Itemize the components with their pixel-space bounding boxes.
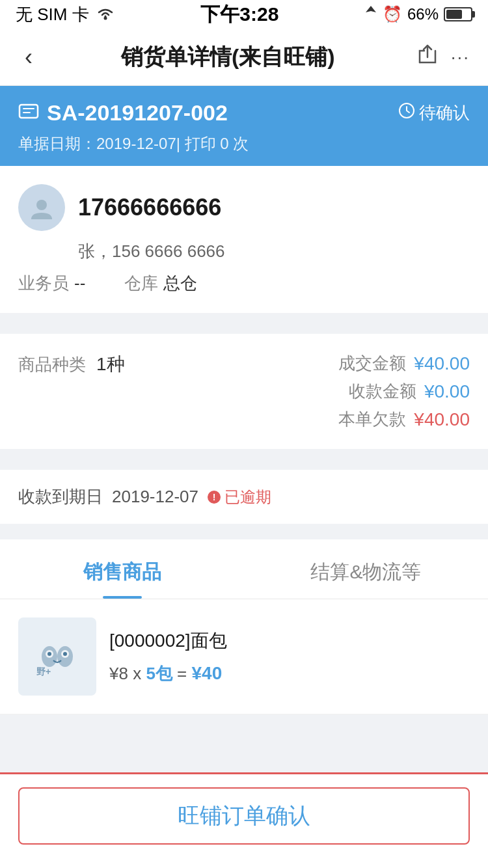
- received-value: ¥0.00: [424, 381, 470, 402]
- bottom-button-area: 旺铺订单确认: [0, 772, 488, 868]
- product-price: ¥8 x 5包 = ¥40: [109, 662, 470, 685]
- warehouse-item: 仓库 总仓: [124, 272, 197, 295]
- summary-card: 商品种类 1种 成交金额 ¥40.00 收款金额 ¥0.00 本单欠款 ¥40.…: [0, 334, 488, 449]
- svg-point-0: [103, 16, 107, 20]
- quantity-text: 5包: [146, 664, 172, 683]
- price-text: ¥8 x: [109, 664, 146, 683]
- svg-rect-1: [20, 105, 38, 118]
- status-right: ⏰ 66%: [364, 5, 472, 24]
- more-icon[interactable]: ···: [451, 47, 470, 68]
- svg-point-9: [63, 652, 67, 656]
- order-id-row: SA-20191207-002 待确认: [18, 100, 470, 126]
- tab-products[interactable]: 销售商品: [0, 539, 244, 599]
- amount-row-2: 收款金额 ¥0.00: [349, 380, 470, 403]
- nav-actions: ···: [417, 44, 470, 70]
- customer-top: 17666666666: [18, 184, 470, 231]
- overdue-text: 已逾期: [224, 487, 271, 508]
- battery-percent: 66%: [407, 5, 439, 23]
- nav-bar: ‹ 销货单详情(来自旺铺) ···: [0, 29, 488, 86]
- divider-1: [0, 323, 488, 334]
- amount-row-1: 成交金额 ¥40.00: [338, 352, 470, 375]
- tabs-container: 销售商品 结算&物流等: [0, 539, 488, 599]
- product-item: 野+ [0000002]面包 ¥8 x 5包 = ¥40: [0, 599, 488, 714]
- equals-text: =: [172, 664, 192, 683]
- location-icon: [364, 5, 377, 24]
- battery-fill: [446, 10, 462, 19]
- order-id-icon: [18, 100, 39, 126]
- product-thumbnail: 野+: [18, 617, 96, 696]
- due-card: 收款到期日 2019-12-07 ! 已逾期: [0, 470, 488, 524]
- order-id-text: SA-20191207-002: [47, 100, 228, 126]
- summary-left: 商品种类 1种: [18, 352, 125, 377]
- amount-value: ¥40.00: [414, 353, 470, 374]
- customer-phone: 17666666666: [78, 194, 221, 221]
- amount-row-3: 本单欠款 ¥40.00: [338, 408, 470, 431]
- divider-3: [0, 529, 488, 539]
- status-text: 待确认: [419, 102, 470, 124]
- customer-meta: 业务员 -- 仓库 总仓: [18, 272, 470, 295]
- avatar: [18, 184, 65, 231]
- divider-2: [0, 459, 488, 470]
- time-display: 下午3:28: [200, 1, 278, 28]
- product-info: [0000002]面包 ¥8 x 5包 = ¥40: [109, 629, 470, 685]
- wifi-icon: [96, 5, 115, 25]
- order-id: SA-20191207-002: [18, 100, 228, 126]
- share-icon[interactable]: [417, 44, 438, 70]
- svg-point-8: [47, 652, 51, 656]
- confirm-order-button[interactable]: 旺铺订单确认: [18, 787, 470, 845]
- overdue-badge: ! 已逾期: [208, 487, 271, 508]
- salesperson-item: 业务员 --: [18, 272, 85, 295]
- customer-sub-info: 张，156 6666 6666: [18, 240, 470, 263]
- due-label: 收款到期日: [18, 485, 103, 508]
- total-text: ¥40: [191, 663, 222, 683]
- customer-card: 17666666666 张，156 6666 6666 业务员 -- 仓库 总仓: [0, 166, 488, 313]
- overdue-warning-icon: !: [208, 491, 221, 504]
- svg-text:野+: 野+: [36, 666, 51, 676]
- order-date: 单据日期：2019-12-07| 打印 0 次: [18, 133, 470, 154]
- order-status: 待确认: [398, 102, 470, 124]
- svg-point-3: [36, 200, 47, 210]
- owing-value: ¥40.00: [414, 409, 470, 430]
- battery-icon: [444, 7, 472, 21]
- due-date: 2019-12-07: [112, 487, 198, 507]
- product-name: [0000002]面包: [109, 629, 470, 653]
- alarm-icon: ⏰: [383, 5, 402, 23]
- summary-right: 成交金额 ¥40.00 收款金额 ¥0.00 本单欠款 ¥40.00: [338, 352, 470, 431]
- status-left: 无 SIM 卡: [16, 3, 115, 26]
- order-header: SA-20191207-002 待确认 单据日期：2019-12-07| 打印 …: [0, 86, 488, 166]
- tab-settlement[interactable]: 结算&物流等: [244, 539, 488, 599]
- carrier-text: 无 SIM 卡: [16, 3, 89, 26]
- status-bar: 无 SIM 卡 下午3:28 ⏰ 66%: [0, 0, 488, 29]
- back-button[interactable]: ‹: [18, 37, 39, 77]
- status-clock-icon: [398, 102, 415, 124]
- product-list: 野+ [0000002]面包 ¥8 x 5包 = ¥40: [0, 599, 488, 714]
- summary-row: 商品种类 1种 成交金额 ¥40.00 收款金额 ¥0.00 本单欠款 ¥40.…: [18, 352, 470, 431]
- page-title: 销货单详情(来自旺铺): [121, 42, 335, 72]
